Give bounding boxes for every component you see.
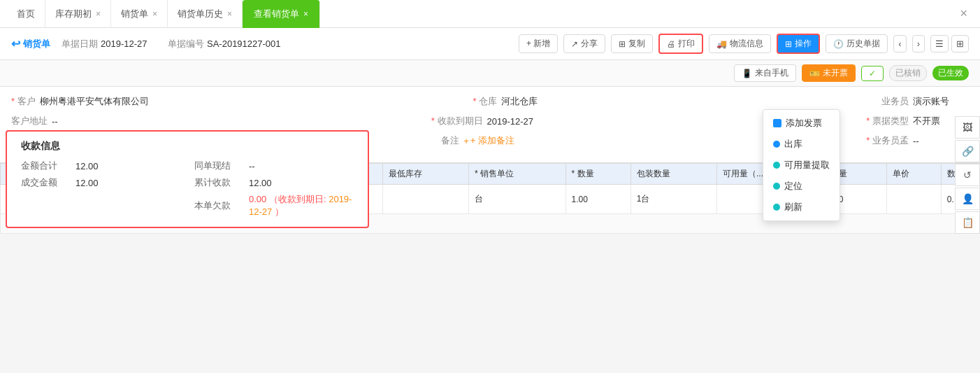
tab-sales-history-close[interactable]: ×: [227, 9, 232, 19]
right-tool-user[interactable]: 👤: [955, 188, 980, 210]
plus-icon: +: [463, 136, 469, 146]
tab-sales-history[interactable]: 销货单历史 ×: [168, 0, 243, 28]
right-tool-image[interactable]: 🖼: [955, 116, 980, 139]
print-button[interactable]: 🖨 打印: [658, 34, 703, 54]
due-hint: （收款到期日:: [269, 194, 329, 204]
customer-field: 客户 柳州粤港平安气体有限公司: [11, 95, 149, 108]
note-field: 备注 + + 添加备注: [441, 134, 514, 147]
due-hint-end: ）: [275, 206, 284, 217]
balance-amount: 0.00: [249, 194, 266, 204]
share-label: 分享: [581, 38, 598, 50]
doc-title-section: ↩ 销货单: [11, 37, 50, 50]
history-label: 历史单据: [846, 38, 880, 50]
doc-actions: + 新增 ↗ 分享 ⊞ 复制 🖨 打印 🚚 物流信息 ⊞ 操作 🕐 历史单据 ‹…: [519, 34, 969, 54]
due-date-field: 收款到期日 2019-12-27: [431, 115, 543, 127]
from-mobile-button[interactable]: 📱 来自手机: [734, 64, 796, 82]
doc-meta: 单据日期 2019-12-27 单据编号 SA-20191227-001: [62, 38, 281, 50]
operations-button[interactable]: ⊞ 操作: [777, 34, 820, 54]
prev-button[interactable]: ‹: [893, 35, 906, 52]
take-available-item[interactable]: 可用量提取: [763, 155, 840, 176]
invoice-icon: [773, 119, 781, 127]
right-tool-clipboard[interactable]: 📋: [955, 211, 980, 234]
logistics-button[interactable]: 🚚 物流信息: [709, 34, 771, 53]
customer-label: 客户: [11, 95, 36, 108]
tab-inventory[interactable]: 库存期初 ×: [45, 0, 111, 28]
total-label: 金额合计: [21, 160, 70, 172]
history-button[interactable]: 🕐 历史单据: [826, 34, 888, 53]
sales-mgr-label: 业务员孟: [866, 134, 909, 147]
balance-row: 本单欠款 0.00 （收款到期日: 2019-12-27 ）: [194, 193, 354, 218]
print-label: 打印: [678, 38, 695, 50]
outbound-item[interactable]: 出库: [763, 134, 840, 155]
operations-dropdown: 添加发票 出库 可用量提取 定位 刷新: [763, 109, 840, 221]
outbound-icon: [773, 141, 780, 148]
tab-sales[interactable]: 销货单 ×: [111, 0, 168, 28]
total-row: 金额合计 12.00: [21, 160, 180, 172]
tab-home[interactable]: 首页: [7, 0, 45, 28]
balance-label: 本单欠款: [194, 199, 243, 212]
ticket-label: 票据类型: [866, 115, 909, 127]
next-button[interactable]: ›: [912, 35, 925, 52]
share-button[interactable]: ↗ 分享: [563, 34, 605, 53]
row-min-stock: [382, 185, 468, 214]
address-label: 客户地址: [11, 115, 48, 127]
add-invoice-item[interactable]: 添加发票: [763, 113, 840, 134]
add-note-label: + 添加备注: [470, 134, 514, 147]
staff-label: 业务员: [881, 95, 909, 108]
list-view-button[interactable]: ☰: [930, 35, 949, 52]
refresh-item[interactable]: 刷新: [763, 197, 840, 218]
ticket-field: 票据类型 不开票: [866, 115, 969, 127]
balance-value: 0.00 （收款到期日: 2019-12-27 ）: [249, 193, 354, 218]
tab-sales-close[interactable]: ×: [152, 9, 157, 19]
tab-view-sales-close[interactable]: ×: [303, 9, 308, 19]
address-value: --: [52, 116, 108, 127]
payment-title: 收款信息: [21, 140, 354, 153]
grid-icon: ⊞: [785, 39, 792, 49]
add-invoice-label: 添加发票: [786, 117, 822, 129]
new-button[interactable]: + 新增: [519, 34, 558, 53]
address-field: 客户地址 --: [11, 115, 108, 127]
customer-value: 柳州粤港平安气体有限公司: [40, 95, 149, 108]
not-open-button[interactable]: 🎫 未开票: [802, 64, 856, 82]
right-tool-link[interactable]: 🔗: [955, 140, 980, 162]
transaction-label: 成交金额: [21, 176, 70, 189]
col-price: 单价: [887, 164, 942, 185]
copy-button[interactable]: ⊞ 复制: [611, 34, 653, 53]
same-order-label: 同单现结: [194, 160, 243, 172]
ticket-icon: 🎫: [809, 69, 820, 78]
transaction-row: 成交金额 12.00: [21, 176, 180, 189]
row-pkg-qty: 1台: [630, 185, 716, 214]
locate-label: 定位: [784, 180, 802, 192]
add-note-button[interactable]: + + 添加备注: [463, 134, 514, 147]
payment-info-box: 收款信息 金额合计 12.00 同单现结 -- 成交金额 12.00 累计收款 …: [6, 130, 369, 228]
row-qty: 1.00: [565, 185, 630, 214]
payment-grid: 金额合计 12.00 同单现结 -- 成交金额 12.00 累计收款 12.00…: [21, 160, 354, 218]
tab-view-sales-label: 查看销货单: [254, 8, 299, 20]
row-price: [887, 185, 942, 214]
right-tool-return[interactable]: ↺: [955, 164, 980, 186]
sales-mgr-field: 业务员孟 --: [866, 134, 969, 147]
refresh-label: 刷新: [784, 201, 802, 213]
tab-view-sales[interactable]: 查看销货单 ×: [243, 0, 320, 28]
doc-header: ↩ 销货单 单据日期 2019-12-27 单据编号 SA-20191227-0…: [0, 28, 980, 60]
row-unit: 台: [469, 185, 566, 214]
check-icon: ✓: [869, 69, 876, 78]
window-close-button[interactable]: ×: [954, 6, 973, 21]
locate-item[interactable]: 定位: [763, 176, 840, 197]
history-icon: 🕐: [833, 39, 844, 49]
form-row-1: 客户 柳州粤港平安气体有限公司 仓库 河北仓库 业务员 演示账号: [11, 95, 969, 108]
col-min-stock: 最低库存: [382, 164, 468, 185]
col-pkg-qty: 包装数量: [630, 164, 716, 185]
warehouse-label: 仓库: [473, 95, 498, 108]
operations-label: 操作: [795, 38, 812, 50]
check-button[interactable]: ✓: [861, 66, 884, 81]
take-icon: [773, 162, 780, 169]
copy-label: 复制: [628, 38, 645, 50]
col-unit: * 销售单位: [469, 164, 566, 185]
tab-sales-history-label: 销货单历史: [178, 8, 223, 20]
view-icons: ☰ ⊞: [930, 35, 969, 52]
tab-inventory-close[interactable]: ×: [96, 9, 101, 19]
note-label: 备注: [441, 134, 459, 147]
grid-view-button[interactable]: ⊞: [951, 35, 969, 52]
tab-inventory-label: 库存期初: [55, 8, 92, 20]
